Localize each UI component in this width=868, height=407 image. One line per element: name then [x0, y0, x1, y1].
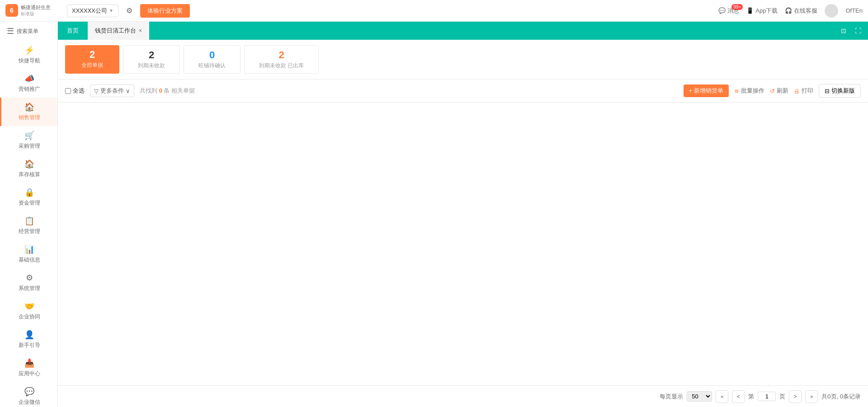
new-sales-btn[interactable]: + 新增销货单 — [684, 84, 729, 97]
purchase-icon: 🛒 — [24, 131, 34, 140]
inventory-label: 库存核算 — [19, 171, 40, 178]
stat-wangpu-label: 旺铺待确认 — [198, 62, 226, 70]
header-right: 💬 消息 99+ 📱 App下载 🎧 在线客服 OfTEn — [718, 4, 863, 18]
found-related: 相关单据 — [171, 87, 195, 94]
app-center-label: 应用中心 — [19, 370, 40, 378]
tab-fullscreen-btn[interactable]: ⛶ — [852, 24, 864, 37]
refresh-btn[interactable]: ↺ 刷新 — [770, 87, 788, 95]
sidebar-item-finance[interactable]: 🔒 资金管理 — [0, 183, 57, 211]
found-prefix: 共找到 — [140, 87, 157, 94]
company-name: XXXXXX公司 — [72, 7, 107, 15]
stat-overdue-number: 2 — [149, 49, 154, 61]
headset-icon: 🎧 — [785, 7, 792, 14]
switch-label: 切换新版 — [831, 87, 855, 95]
operation-label: 经营管理 — [19, 228, 40, 235]
tab-bar: 首页 钱货日清工作台 × ⊡ ⛶ — [58, 22, 868, 40]
app-center-icon: 📥 — [24, 358, 34, 368]
page-summary: 共0页, 0条记录 — [821, 393, 861, 401]
logo-area: 6 畅捷通好生意 标准版 — [5, 4, 63, 17]
sidebar-item-purchase-mgmt[interactable]: 🛒 采购管理 — [0, 126, 57, 154]
avatar[interactable] — [825, 4, 838, 18]
enterprise-coop-icon: 🤝 — [24, 301, 34, 311]
sidebar-item-basic-info[interactable]: 📊 基础信息 — [0, 240, 57, 268]
page-suffix: 页 — [779, 393, 785, 401]
switch-version-btn[interactable]: ⊟ 切换新版 — [819, 84, 861, 98]
sidebar-item-sales-mgmt[interactable]: 🏠 销售管理 — [0, 98, 57, 126]
page-input[interactable] — [758, 392, 776, 401]
found-unit: 条 — [164, 87, 170, 94]
per-page-select[interactable]: 50 100 200 — [687, 391, 712, 402]
page-prev-btn[interactable]: < — [732, 390, 745, 403]
sidebar-item-operation[interactable]: 📋 经营管理 — [0, 211, 57, 240]
switch-icon: ⊟ — [825, 88, 830, 94]
print-btn[interactable]: 🖨 打印 — [794, 87, 813, 95]
table-area — [58, 103, 868, 385]
stat-all-orders[interactable]: 2 全部单据 — [65, 45, 119, 74]
sidebar-item-quick-nav[interactable]: ⚡ 快捷导航 — [0, 41, 57, 69]
filter-btn[interactable]: ▽ 更多条件 ∨ — [90, 84, 134, 97]
tab-home[interactable]: 首页 — [58, 22, 88, 40]
page-next-btn[interactable]: > — [789, 390, 802, 403]
page-first-btn[interactable]: « — [716, 390, 728, 403]
username: OfTEn — [845, 7, 863, 14]
batch-operations-btn[interactable]: ≋ 批量操作 — [734, 87, 764, 95]
select-all-label: 全选 — [73, 87, 85, 95]
select-all-checkbox[interactable]: 全选 — [65, 87, 85, 95]
filter-label: 更多条件 — [100, 87, 124, 95]
content-area: 首页 钱货日清工作台 × ⊡ ⛶ 2 全部单据 2 到期未收款 — [58, 22, 868, 407]
inner-content: 2 全部单据 2 到期未收款 0 旺铺待确认 2 到期未收款 已出库 — [58, 40, 868, 407]
system-mgmt-label: 系统管理 — [19, 285, 40, 292]
tab-restore-btn[interactable]: ⊡ — [837, 24, 850, 37]
sidebar-item-search-menu[interactable]: ☰ 搜索菜单 — [0, 22, 57, 41]
per-page-label: 每页显示 — [660, 393, 683, 401]
sidebar-item-enterprise-wechat[interactable]: 💬 企业微信 — [0, 382, 57, 407]
print-label: 打印 — [802, 87, 813, 95]
found-count: 0 — [159, 87, 162, 94]
sidebar: ☰ 搜索菜单 ⚡ 快捷导航 📣 营销推广 🏠 销售管理 🛒 采购管理 🏠 库存核… — [0, 22, 58, 407]
sidebar-item-system-mgmt[interactable]: ⚙ 系统管理 — [0, 268, 57, 297]
stat-all-orders-label: 全部单据 — [81, 61, 103, 69]
refresh-icon: ↺ — [770, 88, 775, 94]
online-service-label: 在线客服 — [794, 7, 817, 15]
page-prefix: 第 — [748, 393, 754, 401]
app-download-btn[interactable]: 📱 App下载 — [746, 7, 778, 15]
stat-unshipped-number: 2 — [279, 49, 284, 61]
tab-qhrq[interactable]: 钱货日清工作台 × — [88, 22, 149, 40]
sidebar-item-enterprise-coop[interactable]: 🤝 企业协同 — [0, 297, 57, 325]
tab-home-label: 首页 — [67, 27, 79, 35]
stat-overdue-label: 到期未收款 — [138, 62, 165, 70]
settings-button[interactable]: ⚙ — [122, 4, 137, 18]
sales-icon: 🏠 — [24, 102, 34, 112]
toolbar-right: + 新增销货单 ≋ 批量操作 ↺ 刷新 🖨 打印 ⊟ — [684, 84, 861, 98]
messages-badge: 99+ — [731, 4, 743, 10]
company-selector[interactable]: XXXXXX公司 ▼ — [67, 5, 118, 17]
gear-icon: ⚙ — [126, 6, 132, 15]
sidebar-item-beginner-guide[interactable]: 👤 新手引导 — [0, 325, 57, 354]
trial-btn[interactable]: 体验行业方案 — [140, 4, 190, 18]
stat-overdue-unshipped[interactable]: 2 到期未收款 已出库 — [244, 45, 319, 74]
beginner-guide-label: 新手引导 — [19, 342, 40, 349]
marketing-icon: 📣 — [24, 74, 34, 84]
stat-wangpu-pending[interactable]: 0 旺铺待确认 — [184, 45, 241, 74]
select-all-input[interactable] — [65, 88, 71, 94]
system-mgmt-icon: ⚙ — [26, 273, 33, 283]
page-last-btn[interactable]: » — [805, 390, 818, 403]
sidebar-item-marketing[interactable]: 📣 营销推广 — [0, 69, 57, 98]
stat-overdue-uncollected[interactable]: 2 到期未收款 — [123, 45, 180, 74]
basic-info-icon: 📊 — [24, 244, 34, 254]
sidebar-item-app-center[interactable]: 📥 应用中心 — [0, 354, 57, 382]
message-icon: 💬 — [718, 7, 726, 14]
print-icon: 🖨 — [794, 88, 800, 94]
app-download-label: App下载 — [755, 7, 778, 15]
messages-btn[interactable]: 💬 消息 99+ — [718, 7, 739, 15]
tab-close-icon[interactable]: × — [139, 28, 142, 34]
online-service-btn[interactable]: 🎧 在线客服 — [785, 7, 817, 15]
batch-icon: ≋ — [734, 88, 739, 94]
tab-bar-actions: ⊡ ⛶ — [837, 24, 868, 37]
main-layout: ☰ 搜索菜单 ⚡ 快捷导航 📣 营销推广 🏠 销售管理 🛒 采购管理 🏠 库存核… — [0, 22, 868, 407]
sidebar-item-inventory[interactable]: 🏠 库存核算 — [0, 154, 57, 183]
search-menu-label: 搜索菜单 — [17, 28, 38, 35]
tab-qhrq-label: 钱货日清工作台 — [95, 27, 136, 35]
stat-unshipped-label: 到期未收款 已出库 — [259, 62, 304, 70]
pagination-bar: 每页显示 50 100 200 « < 第 页 > » 共0页, 0条记录 — [58, 385, 868, 407]
